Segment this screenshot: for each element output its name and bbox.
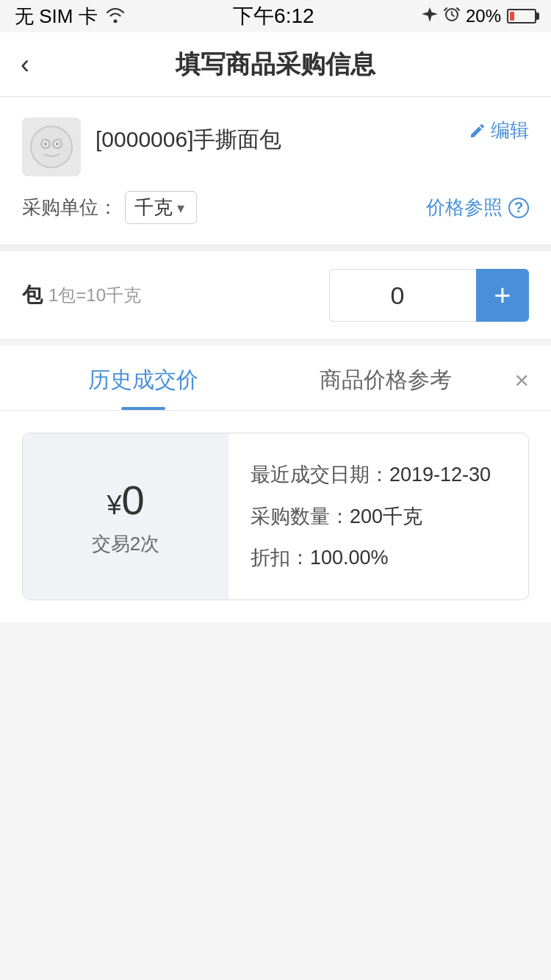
purchase-unit: 采购单位： 千克 ▾ (22, 191, 197, 224)
wifi-icon (105, 5, 126, 28)
dropdown-arrow-icon: ▾ (177, 199, 184, 217)
price-number: 0 (121, 477, 144, 523)
quantity-label: 包 1包=10千克 (22, 281, 169, 309)
edit-label: 编辑 (491, 118, 529, 143)
battery-icon (507, 9, 536, 24)
location-icon (422, 6, 438, 26)
svg-point-7 (56, 143, 59, 145)
history-content: ¥0 交易2次 最近成交日期：2019-12-30 采购数量：200千克 折扣：… (0, 411, 551, 622)
status-left: 无 SIM 卡 (15, 4, 126, 29)
tab-history-label: 历史成交价 (88, 367, 198, 392)
product-header: [0000006]手撕面包 编辑 (22, 118, 529, 176)
price-card-left: ¥0 交易2次 (23, 433, 228, 599)
quantity-input-wrap: + (169, 269, 529, 322)
price-card: ¥0 交易2次 最近成交日期：2019-12-30 采购数量：200千克 折扣：… (22, 433, 529, 600)
carrier-text: 无 SIM 卡 (15, 4, 98, 29)
quantity-plus-button[interactable]: + (476, 269, 529, 322)
alarm-icon (444, 6, 460, 26)
recent-date-value: 2019-12-30 (389, 464, 491, 486)
price-ref-label: 价格参照 (426, 195, 503, 220)
discount-value: 100.00% (310, 547, 389, 569)
recent-date-label: 最近成交日期： (251, 464, 389, 486)
product-name: [0000006]手撕面包 (96, 118, 281, 155)
tab-product-price-ref[interactable]: 商品价格参考 (264, 346, 507, 410)
svg-point-1 (31, 126, 72, 167)
status-right: 20% (422, 6, 536, 26)
edit-button[interactable]: 编辑 (469, 118, 529, 143)
product-meta: 采购单位： 千克 ▾ 价格参照 ? (22, 191, 529, 224)
edit-icon (469, 122, 486, 140)
svg-point-6 (44, 143, 47, 145)
product-left: [0000006]手撕面包 (22, 118, 281, 176)
discount-row: 折扣：100.00% (251, 543, 506, 573)
purchase-unit-label: 采购单位： (22, 195, 118, 220)
purchase-qty-label: 采购数量： (251, 505, 350, 527)
price-card-right: 最近成交日期：2019-12-30 采购数量：200千克 折扣：100.00% (228, 433, 528, 599)
product-card: [0000006]手撕面包 编辑 采购单位： 千克 ▾ 价格参照 ? (0, 97, 551, 245)
unit-badge: 包 (22, 281, 43, 309)
time-text: 下午6:12 (233, 2, 314, 30)
price-amount: ¥0 (107, 476, 144, 524)
product-thumbnail (22, 118, 81, 176)
unit-conversion-hint: 1包=10千克 (48, 284, 141, 307)
price-times: 交易2次 (92, 531, 159, 557)
quantity-row: 包 1包=10千克 + (0, 251, 551, 340)
quantity-input[interactable] (329, 269, 476, 322)
battery-percent: 20% (466, 6, 501, 26)
tab-close-button[interactable]: × (514, 347, 529, 409)
close-icon: × (514, 366, 529, 394)
recent-date-row: 最近成交日期：2019-12-30 (251, 460, 506, 490)
back-button[interactable]: ‹ (21, 49, 29, 80)
unit-value: 千克 (134, 195, 173, 220)
tab-history-price[interactable]: 历史成交价 (22, 346, 264, 410)
purchase-qty-row: 采购数量：200千克 (251, 502, 506, 532)
purchase-qty-value: 200千克 (350, 505, 422, 527)
unit-select[interactable]: 千克 ▾ (125, 191, 197, 224)
info-icon: ? (508, 198, 529, 218)
page-title: 填写商品采购信息 (176, 48, 375, 82)
price-reference-button[interactable]: 价格参照 ? (426, 195, 529, 220)
quantity-divider (0, 245, 551, 251)
tab-price-ref-label: 商品价格参考 (320, 367, 452, 392)
tabs-row: 历史成交价 商品价格参考 × (0, 346, 551, 411)
price-yen-symbol: ¥ (107, 490, 121, 520)
bottom-panel: 历史成交价 商品价格参考 × ¥0 交易2次 最近成交日期：2019-12-30… (0, 346, 551, 622)
nav-bar: ‹ 填写商品采购信息 (0, 32, 551, 97)
status-bar: 无 SIM 卡 下午6:12 20% (0, 0, 551, 32)
discount-label: 折扣： (251, 547, 310, 569)
